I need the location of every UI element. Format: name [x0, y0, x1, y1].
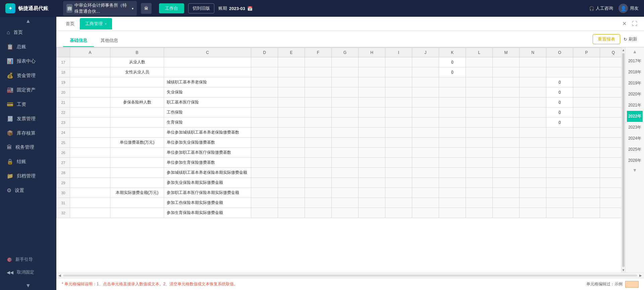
cell-f-27[interactable]	[305, 158, 332, 168]
cell-j-23[interactable]	[412, 118, 439, 128]
cell-a-32[interactable]	[70, 208, 110, 218]
year-item[interactable]: 2026年	[627, 155, 643, 166]
cell-a-29[interactable]	[70, 178, 110, 188]
cell-b-22[interactable]	[110, 107, 164, 118]
cell-m-27[interactable]	[493, 158, 520, 168]
cell-g-20[interactable]	[332, 87, 359, 97]
scroll-thumb[interactable]	[622, 53, 625, 267]
cell-l-26[interactable]	[466, 148, 493, 158]
sidebar-item-invoice[interactable]: 🧾 发票管理	[0, 112, 56, 126]
cell-l-30[interactable]	[466, 188, 493, 198]
cell-d-17[interactable]	[251, 57, 278, 67]
cell-q-32[interactable]	[600, 208, 622, 218]
cell-n-31[interactable]	[520, 198, 546, 208]
table-row[interactable]: 18女性从业人员0	[57, 67, 622, 77]
cell-q-19[interactable]	[600, 77, 622, 87]
cell-o-17[interactable]	[546, 57, 573, 67]
cell-b-32[interactable]	[110, 208, 164, 218]
cell-o-29[interactable]	[546, 178, 573, 188]
cell-c-32[interactable]: 参加生育保险本期实际缴费金额	[164, 208, 251, 218]
cell-i-26[interactable]	[385, 148, 412, 158]
cell-a-17[interactable]	[70, 57, 110, 67]
cell-g-27[interactable]	[332, 158, 359, 168]
cell-i-21[interactable]	[385, 97, 412, 107]
cell-q-26[interactable]	[600, 148, 622, 158]
cell-g-30[interactable]	[332, 188, 359, 198]
cell-d-30[interactable]	[251, 188, 278, 198]
company-settings-icon[interactable]: 🏛	[141, 3, 152, 14]
cell-k-20[interactable]	[439, 87, 466, 97]
cell-k-28[interactable]	[439, 168, 466, 178]
user-area[interactable]: 👤 用友	[619, 4, 639, 13]
cell-d-24[interactable]	[251, 128, 278, 138]
cell-o-23[interactable]: 0	[546, 118, 573, 128]
cell-c-31[interactable]: 参加工伤保险本期实际缴费金额	[164, 198, 251, 208]
cell-e-24[interactable]	[278, 128, 305, 138]
cell-h-23[interactable]	[359, 118, 385, 128]
cell-i-32[interactable]	[385, 208, 412, 218]
cell-i-22[interactable]	[385, 107, 412, 118]
cell-a-28[interactable]	[70, 168, 110, 178]
year-item[interactable]: 2024年	[627, 133, 643, 144]
cell-l-29[interactable]	[466, 178, 493, 188]
cell-q-22[interactable]	[600, 107, 622, 118]
cell-q-28[interactable]	[600, 168, 622, 178]
cell-k-19[interactable]	[439, 77, 466, 87]
table-row[interactable]: 24单位参加城镇职工基本养老保险缴费基数	[57, 128, 622, 138]
cell-c-24[interactable]: 单位参加城镇职工基本养老保险缴费基数	[164, 128, 251, 138]
table-row[interactable]: 25单位缴费基数(万元)单位参加失业保险缴费基数	[57, 138, 622, 148]
cell-n-21[interactable]	[520, 97, 546, 107]
cell-h-20[interactable]	[359, 87, 385, 97]
cell-d-27[interactable]	[251, 158, 278, 168]
cell-e-20[interactable]	[278, 87, 305, 97]
cell-c-20[interactable]: 失业保险	[164, 87, 251, 97]
cell-g-28[interactable]	[332, 168, 359, 178]
cell-p-29[interactable]	[573, 178, 600, 188]
cell-j-26[interactable]	[412, 148, 439, 158]
year-item[interactable]: 2022年	[627, 111, 643, 122]
cell-q-27[interactable]	[600, 158, 622, 168]
cell-e-23[interactable]	[278, 118, 305, 128]
sidebar-item-wage[interactable]: 💳 工资	[0, 97, 56, 112]
cell-c-18[interactable]	[164, 67, 251, 77]
cell-a-22[interactable]	[70, 107, 110, 118]
cell-k-22[interactable]	[439, 107, 466, 118]
cell-i-23[interactable]	[385, 118, 412, 128]
cell-o-21[interactable]: 0	[546, 97, 573, 107]
cell-j-31[interactable]	[412, 198, 439, 208]
cell-m-28[interactable]	[493, 168, 520, 178]
cell-c-22[interactable]: 工伤保险	[164, 107, 251, 118]
cell-g-32[interactable]	[332, 208, 359, 218]
cell-i-27[interactable]	[385, 158, 412, 168]
table-row[interactable]: 29参加失业保险本期实际缴费金额	[57, 178, 622, 188]
cell-j-32[interactable]	[412, 208, 439, 218]
cell-f-25[interactable]	[305, 138, 332, 148]
cell-c-27[interactable]: 单位参加生育保险缴费基数	[164, 158, 251, 168]
cell-j-30[interactable]	[412, 188, 439, 198]
scroll-down-arrow[interactable]: ▼	[622, 268, 625, 273]
sidebar-item-home[interactable]: ⌂ 首页	[0, 25, 56, 40]
refresh-button[interactable]: ↻ 刷新	[624, 36, 637, 42]
cell-b-28[interactable]	[110, 168, 164, 178]
cell-q-17[interactable]	[600, 57, 622, 67]
cell-e-32[interactable]	[278, 208, 305, 218]
sidebar-item-tax[interactable]: 🏛 税务管理	[0, 140, 56, 154]
h-scroll-right[interactable]: ▶	[639, 274, 643, 277]
sidebar-item-report[interactable]: 📊 报表中心	[0, 54, 56, 68]
cell-f-29[interactable]	[305, 178, 332, 188]
cell-p-19[interactable]	[573, 77, 600, 87]
cell-g-17[interactable]	[332, 57, 359, 67]
cell-j-25[interactable]	[412, 138, 439, 148]
cell-l-21[interactable]	[466, 97, 493, 107]
sidebar-item-guide[interactable]: 🎯 新手引导	[0, 253, 56, 266]
cell-a-30[interactable]	[70, 188, 110, 198]
cell-l-24[interactable]	[466, 128, 493, 138]
cell-n-20[interactable]	[520, 87, 546, 97]
cell-a-27[interactable]	[70, 158, 110, 168]
window-expand-button[interactable]: ⛶	[631, 19, 639, 28]
cell-q-18[interactable]	[600, 67, 622, 77]
cell-l-22[interactable]	[466, 107, 493, 118]
cell-o-28[interactable]	[546, 168, 573, 178]
cell-h-32[interactable]	[359, 208, 385, 218]
cell-h-30[interactable]	[359, 188, 385, 198]
